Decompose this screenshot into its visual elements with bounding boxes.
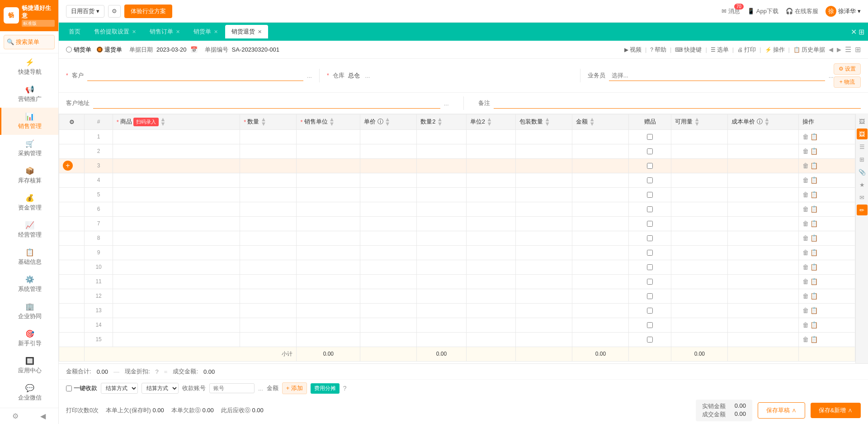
row-amount-cell[interactable] bbox=[572, 260, 629, 274]
row-avail-cell[interactable] bbox=[671, 245, 728, 260]
fee-split-button[interactable]: 费用分摊 bbox=[311, 383, 340, 394]
shortcut-button[interactable]: ⌨ 快捷键 bbox=[675, 46, 702, 54]
salesperson-select-button[interactable]: ... bbox=[829, 72, 834, 79]
add-payment-button[interactable]: + 添加 bbox=[282, 382, 307, 394]
sidebar-item-finance[interactable]: 💰 资金管理 bbox=[0, 189, 58, 216]
row-unit2-cell[interactable] bbox=[466, 332, 515, 347]
sidebar-item-system[interactable]: ⚙️ 系统管理 bbox=[0, 271, 58, 298]
row-price-cell[interactable] bbox=[360, 274, 417, 289]
row-pkg-cell[interactable] bbox=[516, 245, 572, 260]
row-avail-cell[interactable] bbox=[671, 187, 728, 202]
warehouse-select-button[interactable]: ... bbox=[365, 72, 370, 79]
row-unit-cell[interactable] bbox=[297, 202, 360, 216]
row-amount-cell[interactable] bbox=[572, 187, 629, 202]
row-goods-cell[interactable] bbox=[113, 303, 240, 318]
row-cost-cell[interactable] bbox=[728, 332, 798, 347]
gift-checkbox[interactable] bbox=[647, 177, 653, 183]
copy-row-button[interactable]: 📋 bbox=[810, 162, 818, 169]
row-qty2-cell[interactable] bbox=[417, 303, 466, 318]
delete-row-button[interactable]: 🗑 bbox=[802, 263, 809, 271]
delete-row-button[interactable]: 🗑 bbox=[802, 133, 809, 140]
row-amount-cell[interactable] bbox=[572, 216, 629, 231]
tab-close-icon[interactable]: ✕ bbox=[132, 29, 136, 35]
row-unit-cell[interactable] bbox=[297, 274, 360, 289]
row-goods-cell[interactable] bbox=[113, 187, 240, 202]
row-goods-cell[interactable] bbox=[113, 216, 240, 231]
row-goods-cell[interactable] bbox=[113, 173, 240, 187]
row-unit2-cell[interactable] bbox=[466, 289, 515, 303]
scan-input-button[interactable]: 扫码录入 bbox=[133, 118, 159, 126]
chevron-right-icon[interactable]: ▶ bbox=[837, 46, 841, 53]
row-qty2-cell[interactable] bbox=[417, 260, 466, 274]
delete-row-button[interactable]: 🗑 bbox=[802, 278, 809, 285]
row-unit2-cell[interactable] bbox=[466, 303, 515, 318]
chevron-left-icon[interactable]: ◀ bbox=[829, 46, 833, 53]
row-qty2-cell[interactable] bbox=[417, 245, 466, 260]
account-input[interactable] bbox=[209, 383, 255, 393]
row-unit-cell[interactable] bbox=[297, 231, 360, 245]
copy-row-button[interactable]: 📋 bbox=[810, 133, 818, 140]
row-cost-cell[interactable] bbox=[728, 173, 798, 187]
delete-row-button[interactable]: 🗑 bbox=[802, 336, 809, 343]
online-service-link[interactable]: 🎧 在线客服 bbox=[786, 7, 818, 15]
sidebar-item-quick-nav[interactable]: ⚡ 快捷导航 bbox=[0, 53, 58, 81]
customer-input[interactable] bbox=[87, 70, 303, 81]
row-qty-cell[interactable] bbox=[240, 260, 297, 274]
gift-checkbox[interactable] bbox=[647, 192, 653, 198]
row-goods-cell[interactable] bbox=[113, 144, 240, 158]
right-btn-msg[interactable]: ✉ bbox=[857, 192, 868, 203]
row-amount-cell[interactable] bbox=[572, 332, 629, 347]
grid-view-icon[interactable]: ⊞ bbox=[855, 45, 861, 54]
row-goods-cell[interactable] bbox=[113, 274, 240, 289]
row-unit-cell[interactable] bbox=[297, 216, 360, 231]
row-unit-cell[interactable] bbox=[297, 173, 360, 187]
copy-row-button[interactable]: 📋 bbox=[810, 263, 818, 271]
tab-close-icon[interactable]: ✕ bbox=[214, 29, 218, 35]
delete-row-button[interactable]: 🗑 bbox=[802, 148, 809, 155]
delete-row-button[interactable]: 🗑 bbox=[802, 176, 809, 184]
row-goods-cell[interactable] bbox=[113, 332, 240, 347]
gift-checkbox[interactable] bbox=[647, 206, 653, 212]
row-qty2-cell[interactable] bbox=[417, 332, 466, 347]
tab-close-icon[interactable]: ✕ bbox=[258, 29, 262, 35]
row-cost-cell[interactable] bbox=[728, 318, 798, 332]
gift-checkbox[interactable] bbox=[647, 221, 653, 227]
right-btn-img2[interactable]: 🖼 bbox=[857, 129, 868, 139]
gift-checkbox[interactable] bbox=[647, 308, 653, 314]
remark-input[interactable] bbox=[494, 98, 861, 109]
gift-checkbox[interactable] bbox=[647, 235, 653, 241]
row-goods-cell[interactable] bbox=[113, 202, 240, 216]
video-button[interactable]: ▶ 视频 bbox=[624, 46, 642, 54]
salesperson-input[interactable] bbox=[609, 70, 825, 81]
fee-help-icon[interactable]: ? bbox=[343, 385, 347, 392]
row-unit-cell[interactable] bbox=[297, 303, 360, 318]
tab-home[interactable]: 首页 bbox=[62, 25, 87, 38]
copy-row-button[interactable]: 📋 bbox=[810, 234, 818, 242]
sidebar-item-purchase[interactable]: 🛒 采购管理 bbox=[0, 135, 58, 162]
right-btn-attach[interactable]: 📎 bbox=[857, 167, 868, 177]
row-price-cell[interactable] bbox=[360, 303, 417, 318]
tab-sale-delivery[interactable]: 销货单 ✕ bbox=[187, 25, 224, 38]
settings-button[interactable]: ⚙ 设置 bbox=[834, 63, 861, 75]
row-avail-cell[interactable] bbox=[671, 274, 728, 289]
customer-select-button[interactable]: ... bbox=[307, 72, 312, 79]
row-pkg-cell[interactable] bbox=[516, 173, 572, 187]
row-cost-cell[interactable] bbox=[728, 187, 798, 202]
row-price-cell[interactable] bbox=[360, 245, 417, 260]
copy-row-button[interactable]: 📋 bbox=[810, 205, 818, 213]
row-price-cell[interactable] bbox=[360, 231, 417, 245]
tab-sale-return[interactable]: 销货退货 ✕ bbox=[225, 25, 268, 38]
settings-icon[interactable]: ⚙ bbox=[69, 119, 75, 125]
row-unit-cell[interactable] bbox=[297, 187, 360, 202]
row-unit-cell[interactable] bbox=[297, 289, 360, 303]
add-row-button[interactable]: + bbox=[63, 161, 73, 171]
row-amount-cell[interactable] bbox=[572, 158, 629, 173]
row-qty2-cell[interactable] bbox=[417, 318, 466, 332]
maximize-button[interactable]: ⊞ bbox=[859, 28, 864, 36]
select-order-button[interactable]: ☰ 选单 bbox=[711, 46, 729, 54]
row-pkg-cell[interactable] bbox=[516, 274, 572, 289]
row-qty2-cell[interactable] bbox=[417, 231, 466, 245]
sidebar-item-operation[interactable]: 📈 经营管理 bbox=[0, 216, 58, 243]
gift-checkbox[interactable] bbox=[647, 148, 653, 154]
row-price-cell[interactable] bbox=[360, 332, 417, 347]
